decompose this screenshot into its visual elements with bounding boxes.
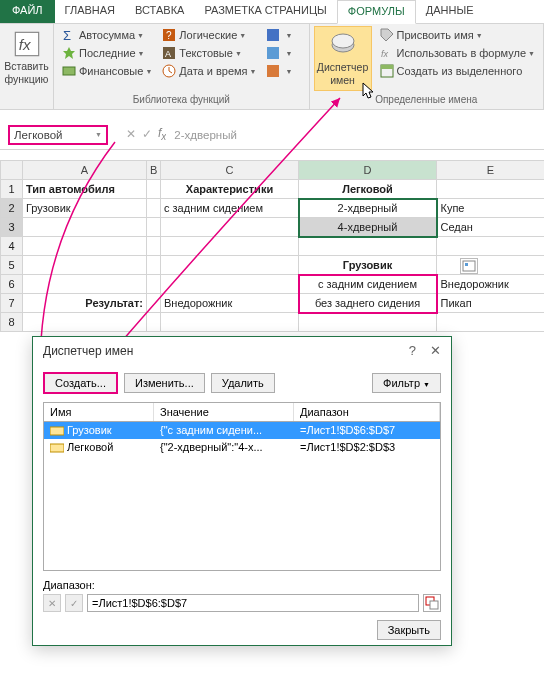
- col-name[interactable]: Имя: [44, 403, 154, 421]
- cell-c3[interactable]: [161, 218, 299, 237]
- lookup-button[interactable]: ▼: [262, 26, 296, 44]
- range-cancel-icon[interactable]: ✕: [43, 594, 61, 612]
- cell-c1[interactable]: Характеристики: [161, 180, 299, 199]
- list-row[interactable]: Легковой {"2-хдверный":"4-х... =Лист1!$D…: [44, 439, 440, 456]
- text-button[interactable]: AТекстовые▼: [158, 44, 260, 62]
- cell-a6[interactable]: [23, 275, 147, 294]
- cell-b1[interactable]: [147, 180, 161, 199]
- cell-c7[interactable]: Внедорожник: [161, 294, 299, 313]
- cell-a5[interactable]: [23, 256, 147, 275]
- use-in-formula-button[interactable]: fxИспользовать в формуле▼: [376, 44, 539, 62]
- cell-a8[interactable]: [23, 313, 147, 332]
- select-all-corner[interactable]: [1, 161, 23, 180]
- math-button[interactable]: ▼: [262, 44, 296, 62]
- cell-e3[interactable]: Седан: [437, 218, 545, 237]
- cell-b2[interactable]: [147, 199, 161, 218]
- more-fn-button[interactable]: ▼: [262, 62, 296, 80]
- list-row[interactable]: Грузовик {"с задним сидени... =Лист1!$D$…: [44, 422, 440, 439]
- cell-d4[interactable]: [299, 237, 437, 256]
- col-header-e[interactable]: E: [437, 161, 545, 180]
- col-value[interactable]: Значение: [154, 403, 294, 421]
- cell-a3[interactable]: [23, 218, 147, 237]
- cell-e5[interactable]: [437, 256, 545, 275]
- cell-d3[interactable]: 4-хдверный: [299, 218, 437, 237]
- dialog-titlebar[interactable]: Диспетчер имен ? ✕: [33, 337, 451, 364]
- cell-d5[interactable]: Грузовик: [299, 256, 437, 275]
- row-header-8[interactable]: 8: [1, 313, 23, 332]
- define-name-button[interactable]: Присвоить имя▼: [376, 26, 539, 44]
- cell-b3[interactable]: [147, 218, 161, 237]
- create-button[interactable]: Создать...: [43, 372, 118, 394]
- cell-e1[interactable]: [437, 180, 545, 199]
- cell-c2[interactable]: с задним сидением: [161, 199, 299, 218]
- cell-b8[interactable]: [147, 313, 161, 332]
- theta-icon: [266, 46, 280, 60]
- cell-d6[interactable]: с задним сидением: [299, 275, 437, 294]
- recent-button[interactable]: Последние▼: [58, 44, 156, 62]
- financial-button[interactable]: Финансовые▼: [58, 62, 156, 80]
- row-header-3[interactable]: 3: [1, 218, 23, 237]
- cell-b6[interactable]: [147, 275, 161, 294]
- cell-e4[interactable]: [437, 237, 545, 256]
- use-in-formula-label: Использовать в формуле: [397, 47, 527, 59]
- cell-d8[interactable]: [299, 313, 437, 332]
- row-header-6[interactable]: 6: [1, 275, 23, 294]
- formula-input[interactable]: [166, 129, 542, 141]
- delete-button[interactable]: Удалить: [211, 373, 275, 393]
- cell-b7[interactable]: [147, 294, 161, 313]
- col-header-b[interactable]: B: [147, 161, 161, 180]
- row-header-1[interactable]: 1: [1, 180, 23, 199]
- tab-formulas[interactable]: ФОРМУЛЫ: [337, 0, 416, 24]
- col-header-c[interactable]: C: [161, 161, 299, 180]
- cell-e8[interactable]: [437, 313, 545, 332]
- tab-data[interactable]: ДАННЫЕ: [416, 0, 484, 23]
- insert-function-button[interactable]: fx Вставить функцию: [4, 26, 49, 89]
- row-header-4[interactable]: 4: [1, 237, 23, 256]
- help-icon[interactable]: ?: [409, 343, 416, 358]
- cell-d2[interactable]: 2-хдверный: [299, 199, 437, 218]
- range-picker-icon[interactable]: [423, 594, 441, 612]
- smart-tag-icon[interactable]: [460, 258, 478, 274]
- tab-insert[interactable]: ВСТАВКА: [125, 0, 194, 23]
- range-accept-icon[interactable]: ✓: [65, 594, 83, 612]
- name-manager-button[interactable]: Диспетчер имен: [314, 26, 372, 91]
- logical-button[interactable]: ?Логические▼: [158, 26, 260, 44]
- row-header-7[interactable]: 7: [1, 294, 23, 313]
- col-range[interactable]: Диапазон: [294, 403, 440, 421]
- cell-e7[interactable]: Пикап: [437, 294, 545, 313]
- cell-e6[interactable]: Внедорожник: [437, 275, 545, 294]
- autosum-button[interactable]: ΣАвтосумма▼: [58, 26, 156, 44]
- name-box-dropdown-icon[interactable]: ▼: [95, 131, 102, 138]
- spreadsheet-grid[interactable]: A B C D E 1 Тип автомобиля Характеристик…: [0, 160, 544, 332]
- row-header-2[interactable]: 2: [1, 199, 23, 218]
- cell-a2[interactable]: Грузовик: [23, 199, 147, 218]
- name-box[interactable]: Легковой ▼: [8, 125, 108, 145]
- cell-c6[interactable]: [161, 275, 299, 294]
- cell-c5[interactable]: [161, 256, 299, 275]
- col-header-a[interactable]: A: [23, 161, 147, 180]
- cell-e2[interactable]: Купе: [437, 199, 545, 218]
- fx-icon-small[interactable]: fx: [158, 126, 166, 142]
- names-list[interactable]: Грузовик {"с задним сидени... =Лист1!$D$…: [43, 421, 441, 571]
- cell-a1[interactable]: Тип автомобиля: [23, 180, 147, 199]
- cell-a7[interactable]: Результат:: [23, 294, 147, 313]
- cell-d1[interactable]: Легковой: [299, 180, 437, 199]
- close-button[interactable]: Закрыть: [377, 620, 441, 640]
- cell-c4[interactable]: [161, 237, 299, 256]
- filter-button[interactable]: Фильтр ▼: [372, 373, 441, 393]
- tab-file[interactable]: ФАЙЛ: [0, 0, 55, 23]
- edit-button[interactable]: Изменить...: [124, 373, 205, 393]
- tab-home[interactable]: ГЛАВНАЯ: [55, 0, 125, 23]
- cell-d7[interactable]: без заднего сидения: [299, 294, 437, 313]
- date-button[interactable]: Дата и время▼: [158, 62, 260, 80]
- cell-b4[interactable]: [147, 237, 161, 256]
- cell-a4[interactable]: [23, 237, 147, 256]
- create-from-sel-button[interactable]: Создать из выделенного: [376, 62, 539, 80]
- range-input[interactable]: [87, 594, 419, 612]
- tab-layout[interactable]: РАЗМЕТКА СТРАНИЦЫ: [194, 0, 336, 23]
- close-icon[interactable]: ✕: [430, 343, 441, 358]
- cell-c8[interactable]: [161, 313, 299, 332]
- row-header-5[interactable]: 5: [1, 256, 23, 275]
- col-header-d[interactable]: D: [299, 161, 437, 180]
- cell-b5[interactable]: [147, 256, 161, 275]
